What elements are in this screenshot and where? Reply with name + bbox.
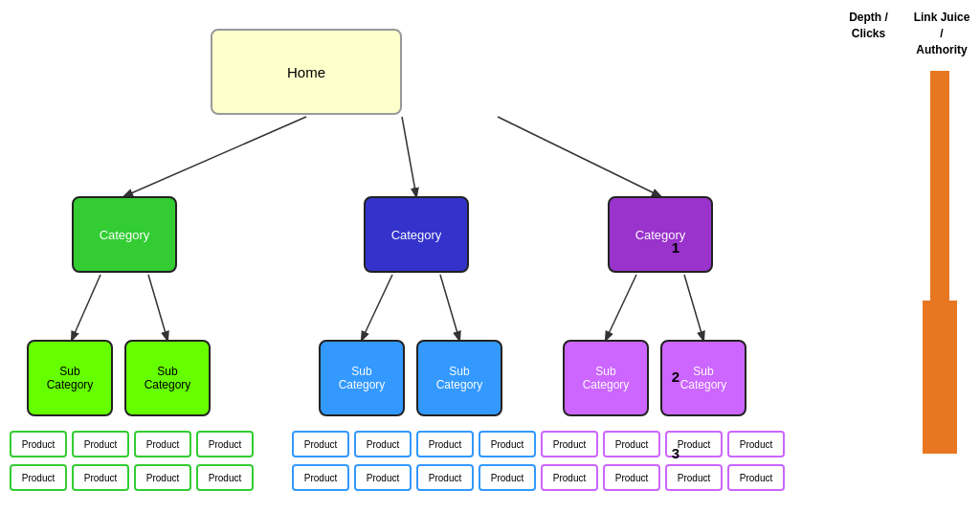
- subcategory-node-2b: SubCategory: [416, 340, 502, 416]
- product-g6: Product: [72, 464, 129, 491]
- product-p8: Product: [727, 464, 785, 491]
- product-p1: Product: [541, 431, 598, 457]
- product-b6: Product: [354, 464, 412, 491]
- category-node-3: Category: [608, 196, 713, 273]
- product-g4: Product: [196, 431, 254, 457]
- product-b8: Product: [479, 464, 536, 491]
- product-g8: Product: [196, 464, 254, 491]
- product-b1: Product: [292, 431, 349, 457]
- svg-line-0: [124, 117, 306, 196]
- diagram-area: Home Category Category Category SubCateg…: [0, 0, 833, 513]
- subcategory-node-1a: SubCategory: [27, 340, 113, 416]
- sidebar: Depth /Clicks Link Juice /Authority: [833, 0, 980, 513]
- subcategory-1b-label: SubCategory: [145, 365, 191, 391]
- product-p7: Product: [665, 464, 723, 491]
- subcategory-node-1b: SubCategory: [124, 340, 211, 416]
- product-b2: Product: [354, 431, 412, 457]
- product-g2: Product: [72, 431, 129, 457]
- category-2-label: Category: [391, 228, 442, 242]
- orange-arrow-svg: [923, 71, 957, 454]
- home-label: Home: [287, 64, 325, 80]
- product-p4: Product: [727, 431, 785, 457]
- depth-label-1: 1: [672, 239, 679, 256]
- depth-clicks-label: Depth /Clicks: [840, 10, 898, 57]
- svg-line-7: [606, 275, 636, 340]
- depth-label-2: 2: [672, 368, 679, 385]
- subcategory-node-2a: SubCategory: [319, 340, 405, 416]
- link-juice-label: Link Juice /Authority: [911, 10, 973, 57]
- svg-line-4: [148, 275, 167, 340]
- product-p6: Product: [603, 464, 660, 491]
- subcategory-2a-label: SubCategory: [339, 365, 386, 391]
- product-g1: Product: [10, 431, 67, 457]
- subcategory-3a-label: SubCategory: [583, 365, 630, 391]
- product-b7: Product: [416, 464, 474, 491]
- product-b3: Product: [416, 431, 474, 457]
- depth-label-3: 3: [672, 445, 679, 461]
- home-node: Home: [211, 29, 402, 115]
- svg-line-3: [72, 275, 100, 340]
- svg-line-1: [402, 117, 416, 196]
- product-g3: Product: [134, 431, 191, 457]
- subcategory-node-3a: SubCategory: [563, 340, 649, 416]
- product-p5: Product: [541, 464, 598, 491]
- subcategory-2b-label: SubCategory: [436, 365, 483, 391]
- product-g7: Product: [134, 464, 191, 491]
- category-node-1: Category: [72, 196, 177, 273]
- svg-line-5: [362, 275, 392, 340]
- category-1-label: Category: [100, 228, 150, 242]
- svg-line-6: [440, 275, 459, 340]
- product-p2: Product: [603, 431, 660, 457]
- category-node-2: Category: [364, 196, 469, 273]
- subcategory-3b-label: SubCategory: [680, 365, 727, 391]
- svg-line-8: [684, 275, 703, 340]
- product-b5: Product: [292, 464, 349, 491]
- product-b4: Product: [479, 431, 536, 457]
- svg-line-2: [498, 117, 660, 196]
- product-g5: Product: [10, 464, 67, 491]
- subcategory-1a-label: SubCategory: [47, 365, 94, 391]
